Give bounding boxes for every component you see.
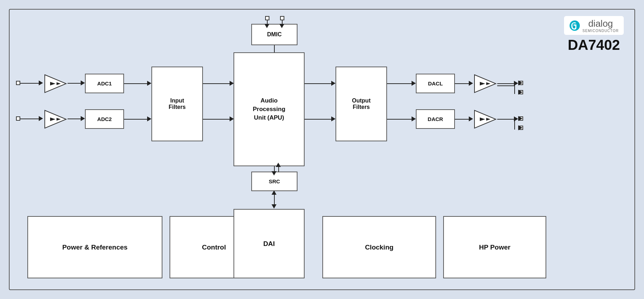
adc1-to-filter bbox=[124, 83, 148, 84]
company-name: dialog bbox=[583, 18, 619, 29]
amp-top-to-adc1 bbox=[68, 83, 82, 84]
in-bottom-line1 bbox=[20, 119, 40, 119]
amp-top-to-adc1-arrow bbox=[81, 80, 85, 85]
dacl-to-amp bbox=[455, 83, 470, 84]
dmic-connector-right bbox=[280, 16, 284, 20]
hp-power-box: HP Power bbox=[443, 216, 546, 278]
amp-bottom-to-adc2 bbox=[68, 119, 82, 119]
dmic-block: DMIC bbox=[251, 24, 297, 45]
dmic-arrow-right bbox=[279, 24, 284, 28]
power-references-box: Power & References bbox=[27, 216, 162, 278]
logo-area: dialog SEMICONDUCTOR DA7402 bbox=[564, 16, 624, 53]
out-amp-top-line bbox=[497, 83, 515, 84]
amp-top bbox=[43, 73, 68, 94]
adc2-to-filter bbox=[124, 119, 148, 120]
dacr-block: DACR bbox=[416, 109, 455, 129]
amp-bottom bbox=[43, 109, 68, 130]
apu-to-out-bottom bbox=[305, 119, 332, 120]
out-to-dacl-arrow bbox=[412, 81, 416, 86]
dialog-logo-icon bbox=[569, 20, 580, 31]
clocking-box: Clocking bbox=[322, 216, 436, 278]
bottom-out-top-arrow bbox=[518, 116, 522, 121]
top-out-top-arrow bbox=[518, 80, 522, 85]
output-filters-block: Output Filters bbox=[336, 67, 387, 141]
logo-box: dialog SEMICONDUCTOR bbox=[564, 16, 624, 35]
dacr-to-amp bbox=[455, 119, 470, 120]
in-top-line1 bbox=[20, 83, 40, 84]
out-to-dacl bbox=[387, 83, 413, 84]
dmic-arrow-left bbox=[264, 24, 269, 28]
in-bottom-arrow1 bbox=[39, 116, 43, 121]
out-to-dacr bbox=[387, 119, 413, 120]
adc1-to-filter-arrow bbox=[147, 81, 151, 86]
out-amp-bottom-line bbox=[497, 119, 515, 120]
top-out-split bbox=[497, 85, 515, 86]
apu-to-out-top bbox=[305, 83, 332, 84]
filter-to-apu-top bbox=[203, 83, 231, 84]
apu-to-out-top-arrow bbox=[331, 81, 336, 86]
bottom-out-v-line bbox=[514, 119, 515, 130]
filter-to-apu-bottom bbox=[203, 119, 231, 120]
input-connector-bottom bbox=[16, 116, 20, 121]
adc1-block: ADC1 bbox=[85, 74, 124, 93]
in-top-arrow1 bbox=[39, 80, 43, 85]
main-diagram: dialog SEMICONDUCTOR DA7402 DMIC bbox=[9, 9, 635, 290]
amp-out-top bbox=[473, 73, 498, 94]
src-to-apu-arrow bbox=[276, 163, 281, 167]
dai-to-src-arrow bbox=[272, 204, 277, 209]
input-filters-block: Input Filters bbox=[151, 67, 203, 141]
top-out-v-line bbox=[514, 83, 515, 94]
apu-to-src-arrow bbox=[272, 171, 277, 175]
adc2-block: ADC2 bbox=[85, 109, 124, 129]
amp-out-bottom bbox=[473, 109, 498, 130]
input-connector-top bbox=[16, 81, 20, 85]
dacl-block: DACL bbox=[416, 74, 455, 93]
apu-block: Audio Processing Unit (APU) bbox=[234, 52, 305, 166]
adc2-to-filter-arrow bbox=[147, 116, 151, 121]
logo-text: dialog SEMICONDUCTOR bbox=[583, 18, 619, 33]
apu-to-out-bottom-arrow bbox=[331, 116, 336, 121]
bottom-out-mid-arrow bbox=[518, 125, 522, 130]
out-to-dacr-arrow bbox=[412, 116, 416, 121]
src-to-apu-up bbox=[278, 166, 279, 172]
src-to-dai-arrow-up bbox=[272, 190, 277, 195]
dmic-connector-left bbox=[265, 16, 269, 20]
chip-title: DA7402 bbox=[564, 37, 624, 53]
company-subtitle: SEMICONDUCTOR bbox=[583, 29, 619, 33]
dai-box: DAI bbox=[234, 209, 305, 278]
amp-bottom-to-adc2-arrow bbox=[81, 116, 85, 121]
top-out-mid-arrow bbox=[518, 90, 522, 95]
